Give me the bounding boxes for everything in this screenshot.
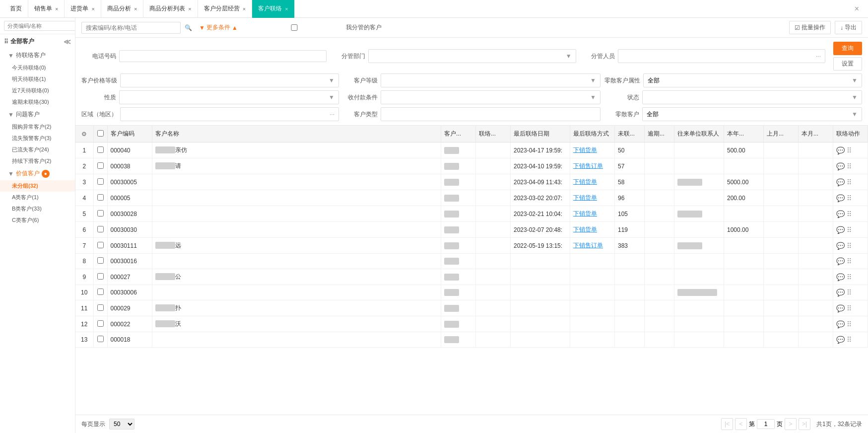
row-checkbox[interactable] [97, 210, 104, 216]
price-level-select[interactable]: ▼ [120, 73, 339, 87]
export-btn[interactable]: ↓ 导出 [835, 21, 862, 34]
last-way-link[interactable]: 下销货单 [573, 210, 597, 217]
select-all-checkbox[interactable] [97, 130, 104, 137]
retail-attr-select[interactable]: 全部 ▼ [643, 73, 862, 87]
message-icon[interactable]: 💬 [836, 273, 845, 281]
prev-page-btn[interactable]: < [735, 418, 747, 430]
sidebar-item-c-class[interactable]: C类客户(6) [0, 215, 75, 226]
close-sales-tab[interactable]: × [55, 6, 58, 12]
problem-group-header[interactable]: ▼ 问题客户 [0, 108, 75, 121]
col-header-contact[interactable]: 联络... [476, 126, 511, 143]
tab-analysis[interactable]: 商品分析 × [101, 0, 143, 18]
gender-select[interactable]: ▼ [119, 90, 339, 104]
message-icon[interactable]: 💬 [836, 304, 845, 312]
row-checkbox-cell[interactable] [93, 206, 107, 222]
sidebar-item-a-class[interactable]: A类客户(1) [0, 192, 75, 203]
search-icon[interactable]: 🔍 [185, 24, 192, 31]
close-analysis-tab[interactable]: × [134, 6, 137, 12]
value-group-header[interactable]: ▼ 价值客户 ● [0, 167, 75, 180]
close-all-tabs[interactable]: × [850, 0, 864, 18]
sidebar-item-today-pending[interactable]: 今天待联络(0) [0, 62, 75, 73]
row-checkbox[interactable] [97, 273, 104, 280]
row-checkbox[interactable] [97, 162, 104, 169]
collapse-sidebar-btn[interactable]: ≪ [64, 38, 71, 46]
customer-type-select[interactable] [381, 107, 601, 121]
row-checkbox[interactable] [97, 242, 104, 248]
col-header-type[interactable]: 客户... [441, 126, 476, 143]
col-header-code[interactable]: 客户编码 [107, 126, 152, 143]
row-checkbox-cell[interactable] [93, 316, 107, 332]
close-purchase-tab[interactable]: × [91, 6, 94, 12]
col-header-last-date[interactable]: 最后联络日期 [511, 126, 570, 143]
sidebar-item-7days-pending[interactable]: 近7天待联络(0) [0, 85, 75, 96]
search-input[interactable] [81, 22, 181, 34]
grid-action-icon[interactable]: ⠿ [847, 210, 852, 218]
next-page-btn[interactable]: > [785, 418, 797, 430]
tab-analysis-list[interactable]: 商品分析列表 × [143, 0, 198, 18]
message-icon[interactable]: 💬 [836, 320, 845, 328]
col-header-check[interactable] [93, 126, 107, 143]
tab-sales[interactable]: 销售单 × [28, 0, 65, 18]
grid-action-icon[interactable]: ⠿ [847, 304, 852, 312]
my-customers-checkbox[interactable] [245, 24, 344, 31]
settings-icon[interactable]: ⚙ [81, 131, 87, 138]
payment-select[interactable]: ▼ [381, 90, 601, 104]
grid-action-icon[interactable]: ⠿ [847, 146, 852, 154]
status-select[interactable]: ▼ [642, 90, 862, 104]
tab-customer-segment[interactable]: 客户分层经营 × [198, 0, 252, 18]
sidebar-item-lost[interactable]: 已流失客户(24) [0, 144, 75, 155]
close-analysis-list-tab[interactable]: × [188, 6, 191, 12]
row-checkbox[interactable] [97, 178, 104, 185]
tab-purchase[interactable]: 进货单 × [65, 0, 101, 18]
grid-action-icon[interactable]: ⠿ [847, 242, 852, 250]
message-icon[interactable]: 💬 [836, 289, 845, 296]
row-last-way[interactable]: 下销售订单 [570, 158, 615, 174]
tab-customer-contact[interactable]: 客户联络 × [252, 0, 294, 18]
more-filters-btn[interactable]: ▼ 更多条件 ▲ [196, 22, 241, 33]
last-way-link[interactable]: 下销货单 [573, 178, 597, 185]
row-last-way[interactable]: 下销货单 [570, 222, 615, 238]
row-checkbox-cell[interactable] [93, 254, 107, 269]
row-checkbox-cell[interactable] [93, 285, 107, 300]
col-header-last-month[interactable]: 上月... [764, 126, 799, 143]
message-icon[interactable]: 💬 [836, 194, 845, 202]
row-checkbox-cell[interactable] [93, 190, 107, 206]
col-header-unit-contact[interactable]: 往来单位联系人 [674, 126, 724, 143]
grid-action-icon[interactable]: ⠿ [847, 226, 852, 234]
sidebar-search-input[interactable] [4, 21, 75, 31]
last-way-link[interactable]: 下销货单 [573, 146, 597, 153]
grid-action-icon[interactable]: ⠿ [847, 194, 852, 202]
close-customer-contact-tab[interactable]: × [285, 6, 288, 12]
customer-level-select[interactable]: ▼ [381, 73, 601, 87]
per-page-select[interactable]: 50 100 200 [109, 419, 134, 430]
grid-action-icon[interactable]: ⠿ [847, 336, 852, 344]
query-btn[interactable]: 查询 [833, 42, 862, 55]
retail-customer-select[interactable]: 全部 ▼ [642, 107, 862, 121]
sidebar-item-overdue-pending[interactable]: 逾期未联络(30) [0, 96, 75, 108]
grid-action-icon[interactable]: ⠿ [847, 178, 852, 186]
col-header-overdue[interactable]: 逾期... [645, 126, 674, 143]
row-checkbox[interactable] [97, 304, 104, 311]
message-icon[interactable]: 💬 [836, 242, 845, 250]
row-checkbox-cell[interactable] [93, 222, 107, 238]
reset-btn[interactable]: 设置 [833, 57, 862, 71]
message-icon[interactable]: 💬 [836, 336, 845, 344]
last-way-link[interactable]: 下销售订单 [573, 162, 603, 169]
message-icon[interactable]: 💬 [836, 210, 845, 218]
row-checkbox[interactable] [97, 226, 104, 232]
row-last-way[interactable]: 下销货单 [570, 190, 615, 206]
sidebar-item-tomorrow-pending[interactable]: 明天待联络(1) [0, 73, 75, 85]
first-page-btn[interactable]: |< [721, 418, 733, 430]
row-checkbox[interactable] [97, 336, 104, 342]
row-last-way[interactable]: 下销货单 [570, 174, 615, 190]
row-checkbox[interactable] [97, 257, 104, 264]
last-page-btn[interactable]: >| [799, 418, 810, 430]
row-checkbox-cell[interactable] [93, 143, 107, 158]
home-tab[interactable]: 首页 [4, 0, 28, 18]
col-header-settings[interactable]: ⚙ [75, 126, 93, 143]
col-header-last-way[interactable]: 最后联络方式 [570, 126, 615, 143]
sidebar-item-abnormal[interactable]: 囤购异常客户(2) [0, 121, 75, 133]
last-way-link[interactable]: 下销售订单 [573, 242, 603, 249]
close-customer-segment-tab[interactable]: × [243, 6, 246, 12]
col-header-this-month[interactable]: 本月... [799, 126, 833, 143]
